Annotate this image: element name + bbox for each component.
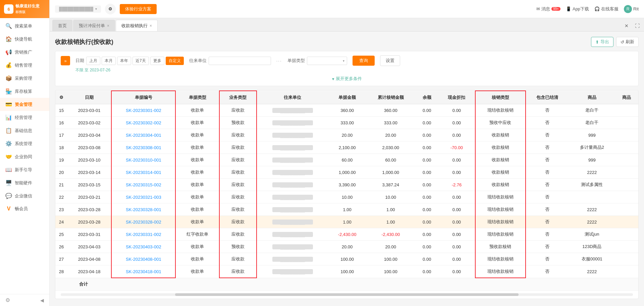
tab-home[interactable]: 首页 (52, 20, 72, 31)
cell-wotype: 预收款核销 (475, 241, 526, 253)
setting-button[interactable]: 设置 (380, 55, 400, 66)
slip-no-link[interactable]: SK-20230315-002 (126, 182, 161, 187)
slip-no-link[interactable]: SK-20230310-001 (126, 158, 161, 163)
sidebar-item-inventory[interactable]: 🏪 库存核算 (0, 85, 49, 98)
cell-biz-type: 预收款 (219, 117, 257, 129)
sidebar-item-system[interactable]: ⚙️ 系统管理 (0, 137, 49, 150)
col-balance[interactable]: 余额 (415, 91, 438, 104)
refresh-button[interactable]: ↺ 刷新 (616, 37, 639, 47)
cell-settled: 否 (526, 191, 569, 203)
slip-no-link[interactable]: SK-20230328-002 (126, 220, 161, 225)
scrollbar-thumb[interactable] (175, 293, 519, 296)
total-goods2 (615, 278, 638, 290)
slip-type-select[interactable]: 收款单 红字收款单 (307, 57, 347, 65)
tab-prepay-close[interactable]: × (107, 23, 109, 28)
col-discount[interactable]: 现金折扣 (438, 91, 475, 104)
sidebar-item-operations[interactable]: 📊 经营管理 (0, 111, 49, 124)
slip-no-link[interactable]: SK-20230403-002 (126, 244, 161, 249)
tab-prepay[interactable]: 预计冲应付单 × (73, 20, 115, 31)
col-goods2[interactable]: 商品 (615, 91, 638, 104)
col-biz-type[interactable]: 业务类型 (219, 91, 257, 104)
slip-no-link[interactable]: SK-20230408-001 (126, 257, 161, 262)
cell-date: 2023-03-28 (67, 216, 111, 228)
sidebar-item-marketing[interactable]: 📢 营销推广 (0, 46, 49, 59)
slip-type-label: 单据类型 (287, 58, 305, 64)
query-button[interactable]: 查询 (353, 56, 375, 66)
online-service-button[interactable]: 🎧 在线客服 (594, 6, 619, 12)
sidebar-collapse-icon[interactable]: ◀ (40, 298, 44, 303)
date-btn-more[interactable]: 更多 (150, 57, 164, 65)
operations-icon: 📊 (5, 114, 12, 121)
slip-no-link[interactable]: SK-20230321-003 (126, 195, 161, 200)
col-date[interactable]: 日期 (67, 91, 111, 104)
expand-more-button[interactable]: ▾ 展开更多条件 (332, 76, 362, 82)
sidebar-item-basic-info[interactable]: 📋 基础信息 (0, 124, 49, 137)
sidebar-item-search[interactable]: 🔍 搜索菜单 (0, 19, 49, 33)
col-wotype[interactable]: 核销类型 (475, 91, 526, 104)
sidebar-item-corp[interactable]: 🤝 企业协同 (0, 150, 49, 163)
topbar-actions: ✉ 消息 99+ 📱 App下载 🎧 在线客服 R Rit (536, 5, 639, 13)
cell-slip-type: 收款单 (175, 117, 219, 129)
settings-button[interactable]: ⚙ (105, 4, 116, 14)
cell-goods1: 2222 (569, 265, 615, 278)
col-settled[interactable]: 包含已结清 (526, 91, 569, 104)
tab-receivable-close[interactable]: × (150, 23, 152, 28)
cell-biz-type: 应收款 (219, 154, 257, 166)
slip-no-link[interactable]: SK-20230314-001 (126, 170, 161, 175)
solution-button[interactable]: 体验行业方案 (120, 4, 157, 14)
sidebar-settings-icon[interactable]: ⚙ (5, 297, 10, 303)
date-btn-this-year[interactable]: 本年 (117, 57, 131, 65)
col-slip-no[interactable]: 单据编号 (111, 91, 175, 104)
cell-writeoff: 360.00 (366, 104, 415, 117)
date-btn-last-month[interactable]: 上月 (86, 57, 100, 65)
col-slip-type[interactable]: 单据类型 (175, 91, 219, 104)
scrollbar-track[interactable] (61, 293, 633, 296)
user-avatar[interactable]: R Rit (624, 5, 639, 13)
partner-input[interactable] (209, 57, 271, 65)
cell-no: 24 (55, 216, 67, 228)
col-partner[interactable]: 往来单位 (257, 91, 328, 104)
app-download-button[interactable]: 📱 App下载 (566, 6, 589, 12)
message-button[interactable]: ✉ 消息 99+ (536, 6, 560, 12)
slip-no-link[interactable]: SK-20230308-001 (126, 145, 161, 150)
col-settings[interactable]: ⚙ (55, 91, 67, 104)
workspace-selector[interactable]: ████████████ ▾ (55, 5, 101, 13)
table-scrollbar-area[interactable] (55, 291, 638, 299)
tab-receivable[interactable]: 收款核销执行 × (116, 20, 158, 31)
slip-no-link[interactable]: SK-20230418-001 (126, 269, 161, 274)
col-writeoff[interactable]: 累计核销金额 (366, 91, 415, 104)
sidebar-item-finance[interactable]: 💳 资金管理 (0, 98, 49, 111)
export-button[interactable]: ⬆ 导出 (591, 37, 613, 47)
date-btn-this-month[interactable]: 本月 (102, 57, 116, 65)
sidebar-item-wechat[interactable]: 💬 企业微信 (0, 189, 49, 202)
col-amount[interactable]: 单据金额 (328, 91, 366, 104)
total-slip-no (111, 278, 175, 290)
slip-no-link[interactable]: SK-20230302-002 (126, 120, 161, 125)
sidebar-item-smart-hw[interactable]: 🖥️ 智能硬件 (0, 176, 49, 189)
col-goods1[interactable]: 商品 (569, 91, 615, 104)
cell-slip-no: SK-20230310-001 (111, 154, 175, 166)
slip-no-link[interactable]: SK-20230331-002 (126, 232, 161, 237)
cell-biz-type: 应收款 (219, 129, 257, 141)
date-range-display: 不限 至 2023-07-26 (61, 67, 633, 73)
slip-no-link[interactable]: SK-20230301-002 (126, 108, 161, 113)
slip-no-link[interactable]: SK-20230328-001 (126, 207, 161, 212)
sidebar-item-label: 企业微信 (15, 193, 32, 199)
slip-no-link[interactable]: SK-20230304-001 (126, 133, 161, 138)
tab-close-btn[interactable]: ✕ (623, 22, 631, 30)
tab-expand-btn[interactable]: ⛶ (633, 22, 641, 30)
date-btn-7days[interactable]: 近7天 (132, 57, 149, 65)
cell-slip-type: 收款单 (175, 141, 219, 154)
sidebar-item-member[interactable]: V 畅会员 (0, 202, 49, 215)
cell-biz-type: 应收款 (219, 265, 257, 278)
cell-balance: 0.00 (415, 104, 438, 117)
date-btn-custom[interactable]: 自定义 (166, 57, 184, 65)
system-icon: ⚙️ (5, 140, 12, 147)
sidebar-item-sales[interactable]: 💰 销售管理 (0, 59, 49, 72)
cell-discount: 0.00 (438, 228, 475, 241)
sidebar-item-guide[interactable]: 📖 新手引导 (0, 163, 49, 176)
sidebar-item-quick-nav[interactable]: 🏠 快捷导航 (0, 33, 49, 46)
filter-expand-button[interactable]: » (61, 56, 70, 65)
cell-discount: 0.00 (438, 154, 475, 166)
sidebar-item-purchase[interactable]: 📦 采购管理 (0, 72, 49, 85)
